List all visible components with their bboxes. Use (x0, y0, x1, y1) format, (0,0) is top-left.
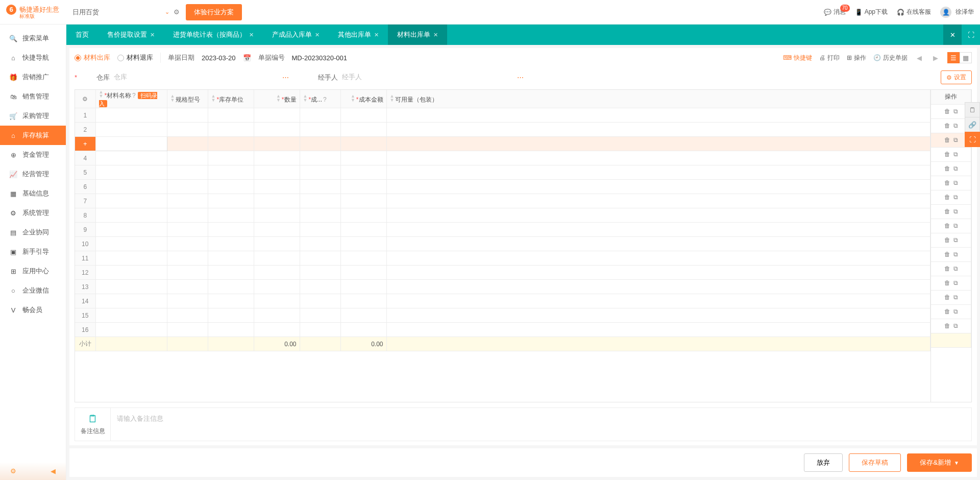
col-cost-amount[interactable]: ▲▼*成本金额 (340, 90, 386, 108)
cell-cost-amount[interactable] (340, 323, 386, 337)
cell-qty[interactable] (254, 151, 300, 165)
cell-material[interactable] (95, 180, 167, 194)
cell-material[interactable] (95, 208, 167, 223)
history-button[interactable]: 🕘历史单据 (873, 54, 908, 62)
cell-cost-amount[interactable] (340, 180, 386, 194)
cell-material[interactable] (95, 108, 167, 123)
delete-icon[interactable]: 🗑 (943, 236, 952, 244)
cell-cost[interactable] (300, 223, 340, 237)
cell-spec[interactable] (167, 223, 208, 237)
table-row[interactable]: 15 (75, 308, 930, 323)
doc-date-value[interactable]: 2023-03-20 (202, 54, 236, 62)
cell-qty[interactable] (254, 266, 300, 280)
tab-close-button[interactable]: ✕ (943, 25, 962, 45)
cell-cost-amount[interactable] (340, 165, 386, 180)
cell-cost[interactable] (300, 294, 340, 308)
cell-spec[interactable] (167, 323, 208, 337)
cell-cost-amount[interactable] (340, 223, 386, 237)
cell-available[interactable] (386, 251, 930, 266)
cell-cost-amount[interactable] (340, 208, 386, 223)
cell-qty[interactable] (254, 208, 300, 223)
more-icon[interactable]: ⋯ (517, 74, 524, 81)
sidebar-settings-icon[interactable]: ⚙ (10, 467, 16, 475)
sidebar-item-12[interactable]: ⊞应用中心 (0, 261, 66, 281)
warehouse-input[interactable]: 仓库 (114, 73, 278, 82)
cell-unit[interactable] (208, 194, 254, 208)
shortcut-button[interactable]: ⌨快捷键 (783, 54, 812, 62)
cell-cost-amount[interactable] (340, 123, 386, 137)
cell-available[interactable] (386, 280, 930, 294)
sidebar-item-0[interactable]: 🔍搜索菜单 (0, 29, 66, 48)
agent-input[interactable]: 经手人 (342, 73, 513, 82)
warehouse-field[interactable]: * 仓库 仓库 ⋯ (75, 73, 289, 82)
cell-cost[interactable] (300, 280, 340, 294)
cell-material[interactable] (95, 308, 167, 323)
cell-cost-amount[interactable] (340, 237, 386, 251)
copy-icon[interactable]: ⧉ (952, 222, 960, 229)
view-list-button[interactable]: ☰ (947, 52, 960, 63)
cell-spec[interactable] (167, 194, 208, 208)
delete-icon[interactable]: 🗑 (943, 279, 952, 286)
cell-material[interactable] (95, 151, 167, 165)
radio-material-out[interactable]: 材料出库 (75, 53, 110, 62)
help-icon[interactable]: ? (132, 92, 136, 99)
copy-icon[interactable]: ⧉ (952, 294, 960, 301)
tab-5[interactable]: 材料出库单✕ (388, 25, 447, 45)
copy-icon[interactable]: ⧉ (952, 279, 960, 286)
cell-available[interactable] (386, 223, 930, 237)
sidebar-collapse-icon[interactable]: ◀ (51, 467, 56, 475)
copy-icon[interactable]: ⧉ (952, 165, 960, 172)
cell-cost[interactable] (300, 165, 340, 180)
sidebar-item-3[interactable]: 🛍销售管理 (0, 87, 66, 106)
table-row[interactable]: 8 (75, 208, 930, 223)
cell-available[interactable] (386, 208, 930, 223)
table-row[interactable]: 16 (75, 323, 930, 337)
next-doc-button[interactable]: ▶ (931, 54, 940, 62)
cell-spec[interactable] (167, 123, 208, 137)
cell-unit[interactable] (208, 280, 254, 294)
table-settings-icon[interactable]: ⚙ (75, 90, 95, 108)
cell-material[interactable] (95, 165, 167, 180)
sidebar-item-6[interactable]: ⊕资金管理 (0, 145, 66, 164)
table-row[interactable]: 14 (75, 294, 930, 308)
cell-unit[interactable] (208, 323, 254, 337)
sidebar-item-10[interactable]: ▤企业协同 (0, 223, 66, 242)
cell-spec[interactable] (167, 237, 208, 251)
table-row[interactable]: 9 (75, 223, 930, 237)
column-settings-button[interactable]: ⚙ 设置 (941, 70, 972, 84)
cell-unit[interactable] (208, 137, 254, 151)
tab-2[interactable]: 进货单统计表（按商品）✕ (164, 25, 263, 45)
delete-icon[interactable]: 🗑 (943, 308, 952, 315)
print-button[interactable]: 🖨打印 (819, 54, 840, 62)
cell-qty[interactable] (254, 280, 300, 294)
copy-icon[interactable]: ⧉ (952, 194, 960, 201)
radio-material-return[interactable]: 材料退库 (117, 53, 153, 62)
delete-icon[interactable]: 🗑 (943, 208, 952, 215)
cell-material[interactable] (95, 137, 167, 151)
cell-material[interactable] (95, 280, 167, 294)
cell-available[interactable] (386, 108, 930, 123)
messages-link[interactable]: 💬 消息 70 (824, 8, 846, 16)
cell-cost[interactable] (300, 151, 340, 165)
prev-doc-button[interactable]: ◀ (915, 54, 924, 62)
delete-icon[interactable]: 🗑 (943, 122, 952, 129)
sidebar-item-8[interactable]: ▦基础信息 (0, 184, 66, 203)
cell-unit[interactable] (208, 251, 254, 266)
add-row-icon[interactable]: + (81, 139, 90, 149)
cell-cost[interactable] (300, 194, 340, 208)
cell-spec[interactable] (167, 294, 208, 308)
tab-4[interactable]: 其他出库单✕ (329, 25, 388, 45)
cell-available[interactable] (386, 123, 930, 137)
table-row[interactable]: 5 (75, 165, 930, 180)
cell-available[interactable] (386, 194, 930, 208)
copy-icon[interactable]: ⧉ (952, 308, 960, 315)
delete-icon[interactable]: 🗑 (943, 251, 952, 258)
discard-button[interactable]: 放弃 (804, 453, 843, 472)
cell-spec[interactable] (167, 308, 208, 323)
sidebar-item-9[interactable]: ⚙系统管理 (0, 203, 66, 223)
copy-icon[interactable]: ⧉ (952, 151, 960, 158)
notes-input[interactable]: 请输入备注信息 (111, 408, 971, 441)
close-icon[interactable]: ✕ (374, 32, 379, 38)
table-row[interactable]: 4 (75, 151, 930, 165)
cell-cost-amount[interactable] (340, 308, 386, 323)
